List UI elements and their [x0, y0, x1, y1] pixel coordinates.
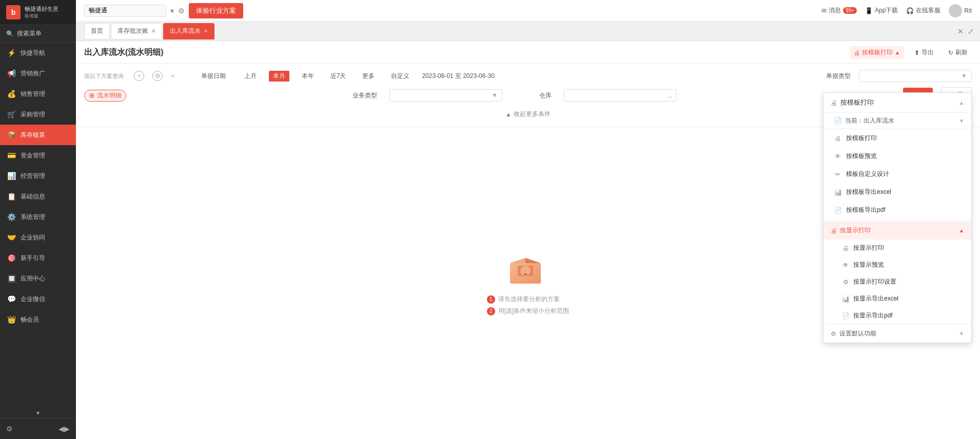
template-custom-icon: ✏: [834, 170, 842, 178]
collapse-more-button[interactable]: ▲ 收起更多条件: [505, 110, 551, 118]
tab-flow-close[interactable]: ✕: [204, 28, 208, 34]
sales-icon: 💰: [6, 89, 16, 99]
sidebar-item-newbie[interactable]: 🎯 新手引导: [0, 248, 76, 268]
filter-date-last-month[interactable]: 上月: [240, 71, 261, 82]
sidebar-item-system[interactable]: ⚙️ 系统管理: [0, 207, 76, 227]
sidebar-item-basic[interactable]: 📋 基础信息: [0, 186, 76, 207]
print-dropdown-panel: 🖨 按模板打印 ▲ 📄 当前：出入库流水 ▼ 🖨 按模板打印 👁: [823, 92, 972, 343]
biz-select-arrow-icon: ▼: [492, 92, 498, 99]
finance-icon: 💳: [6, 150, 16, 161]
display-pdf-icon: 📄: [842, 312, 849, 320]
avatar-image: [949, 4, 962, 17]
sidebar-item-inventory[interactable]: 📦 库存核算: [0, 125, 76, 145]
inventory-icon: 📦: [6, 130, 16, 140]
dropdown-item-template-print[interactable]: 🖨 按模板打印: [824, 129, 971, 147]
industry-solution-button[interactable]: 体验行业方案: [189, 3, 243, 18]
dropdown-display-excel[interactable]: 📊 按显示导出excel: [824, 290, 971, 307]
basic-icon: 📋: [6, 191, 16, 202]
dropdown-item-template-custom[interactable]: ✏ 模板自定义设计: [824, 165, 971, 183]
filter-active-tag[interactable]: ⊕ 流水明细: [84, 90, 126, 102]
filter-date-7days[interactable]: 近7天: [326, 71, 350, 82]
svg-rect-5: [524, 273, 527, 275]
newbie-icon: 🎯: [6, 253, 16, 263]
warehouse-more-icon[interactable]: ...: [667, 92, 672, 99]
purchase-icon: 🛒: [6, 109, 16, 119]
search-input[interactable]: [84, 5, 166, 17]
filter-document-type-select[interactable]: ▼: [859, 70, 972, 82]
sidebar-scroll-down[interactable]: ▼: [0, 408, 76, 418]
filter-settings-button[interactable]: ⚙: [152, 71, 163, 81]
sidebar-footer: ⚙ ◀▶: [0, 418, 76, 439]
filter-date-current-month[interactable]: 本月: [269, 71, 289, 82]
empty-state-icon: [502, 248, 554, 289]
template-pdf-icon: 📄: [834, 206, 842, 214]
header-left: ▾ ⚙ 体验行业方案: [84, 3, 243, 18]
sidebar-settings-icon[interactable]: ⚙: [6, 425, 13, 433]
sidebar-item-shortcut[interactable]: ⚡ 快捷导航: [0, 43, 76, 63]
empty-tips: 1 请先选择要分析的方案 2 用[选]条件来缩小分析范围: [487, 295, 570, 318]
dropdown-item-template-pdf[interactable]: 📄 按模板导出pdf: [824, 201, 971, 219]
print-template-button[interactable]: 🖨 按模板打印 ▲: [850, 46, 904, 59]
dropdown-display-print-settings[interactable]: ⚙ 按显示打印设置: [824, 273, 971, 290]
shortcut-icon: ⚡: [6, 48, 16, 58]
headset-icon: 🎧: [906, 7, 914, 14]
filter-row-1: 按以下方案查询 + ⚙ « 单据日期 上月 本月 本年 近7天 更多 自定义: [84, 70, 972, 82]
sidebar-item-purchase[interactable]: 🛒 采购管理: [0, 104, 76, 125]
dropdown-display-pdf[interactable]: 📄 按显示导出pdf: [824, 307, 971, 324]
app-download-button[interactable]: 📱 App下载: [865, 6, 898, 15]
sidebar-item-vip[interactable]: 👑 畅会员: [0, 309, 76, 330]
sidebar-item-cooperation[interactable]: 🤝 企业协同: [0, 227, 76, 248]
operation-icon: 📊: [6, 171, 16, 181]
dropdown-display-section-header[interactable]: 🖨 按显示打印 ▲: [824, 222, 971, 240]
print-icon: 🖨: [854, 49, 860, 56]
filter-collapse-button[interactable]: «: [171, 72, 174, 79]
export-button[interactable]: ⬆ 导出: [910, 46, 938, 59]
app-logo-icon: b: [6, 5, 21, 19]
tab-flow[interactable]: 出入库流水 ✕: [163, 23, 214, 39]
sidebar-item-finance[interactable]: 💳 资金管理: [0, 145, 76, 166]
empty-state: 1 请先选择要分析的方案 2 用[选]条件来缩小分析范围: [487, 248, 570, 318]
filter-warehouse-select[interactable]: ...: [564, 89, 677, 102]
export-icon: ⬆: [914, 49, 919, 56]
page-content-wrapper: 出入库流水(流水明细) 🖨 按模板打印 ▲ ⬆ 导出 ↻ 刷新: [76, 41, 980, 439]
sidebar-collapse-icon[interactable]: ◀▶: [58, 425, 70, 433]
dropdown-footer[interactable]: ⚙ 设置默认功能 ▼: [824, 324, 971, 343]
filter-date-custom[interactable]: 自定义: [387, 71, 414, 82]
display-section-arrow: ▲: [959, 228, 964, 233]
sidebar-item-appcenter[interactable]: 🔲 应用中心: [0, 268, 76, 289]
message-button[interactable]: ✉ 消息 99+: [821, 6, 857, 15]
print-arrow-up-icon: ▲: [895, 50, 900, 55]
user-avatar[interactable]: Rit: [949, 4, 972, 17]
wechat-icon: 💬: [6, 294, 16, 304]
tab-batch-close[interactable]: ✕: [151, 28, 155, 34]
sidebar-item-sales[interactable]: 💰 销售管理: [0, 84, 76, 104]
dropdown-item-template-excel[interactable]: 📊 按模板导出excel: [824, 183, 971, 201]
settings-icon[interactable]: ⚙: [178, 7, 185, 15]
display-settings-icon: ⚙: [842, 278, 849, 286]
filter-add-button[interactable]: +: [134, 71, 144, 81]
vip-icon: 👑: [6, 314, 16, 325]
dropdown-display-preview[interactable]: 👁 按显示预览: [824, 256, 971, 273]
window-maximize-button[interactable]: ⤢: [968, 27, 974, 35]
system-icon: ⚙️: [6, 212, 16, 222]
online-service-button[interactable]: 🎧 在线客服: [906, 6, 940, 15]
tab-batch[interactable]: 库存批次账 ✕: [111, 23, 162, 39]
dropdown-current-template[interactable]: 📄 当前：出入库流水 ▼: [824, 113, 971, 129]
refresh-button[interactable]: ↻ 刷新: [944, 46, 972, 59]
sidebar-search[interactable]: 🔍 搜索菜单: [0, 25, 76, 43]
dropdown-arrow-icon[interactable]: ▾: [170, 7, 174, 15]
tab-home[interactable]: 首页: [84, 23, 110, 39]
filter-date-current-year[interactable]: 本年: [298, 71, 318, 82]
display-print-icon: 🖨: [842, 245, 849, 252]
window-close-button[interactable]: ✕: [957, 27, 964, 35]
message-badge: 99+: [843, 7, 857, 14]
sidebar-item-wechat[interactable]: 💬 企业微信: [0, 289, 76, 309]
sidebar-item-operation[interactable]: 📊 经营管理: [0, 166, 76, 186]
filter-biz-type-select[interactable]: ▼: [389, 89, 502, 102]
filter-date-more[interactable]: 更多: [358, 71, 379, 82]
page-title: 出入库流水(流水明细): [84, 47, 164, 58]
gear-icon: ⚙: [155, 72, 161, 79]
sidebar-item-marketing[interactable]: 📢 营销推广: [0, 63, 76, 84]
dropdown-item-template-preview[interactable]: 👁 按模板预览: [824, 147, 971, 165]
dropdown-display-print[interactable]: 🖨 按显示打印: [824, 240, 971, 256]
